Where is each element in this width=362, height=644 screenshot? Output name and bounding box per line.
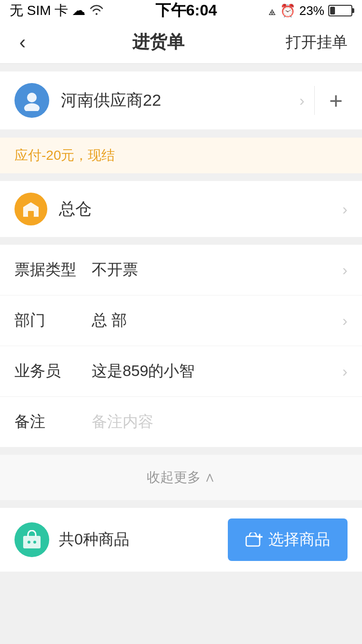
notice-banner: 应付-20元，现结 bbox=[0, 138, 362, 173]
content: 河南供应商22 › + 应付-20元，现结 总仓 › 票据类型 不开票 › bbox=[0, 64, 362, 644]
supplier-chevron-icon: › bbox=[299, 92, 305, 110]
svg-rect-2 bbox=[28, 211, 34, 217]
salesperson-value: 这是859的小智 bbox=[92, 361, 342, 382]
remark-placeholder[interactable]: 备注内容 bbox=[92, 411, 348, 433]
battery-icon bbox=[328, 5, 352, 16]
status-bar: 无 SIM 卡 ☁ 下午6:04 ⟁ ⏰ 23% bbox=[0, 0, 362, 21]
department-value: 总 部 bbox=[92, 310, 342, 331]
invoice-type-row[interactable]: 票据类型 不开票 › bbox=[0, 245, 362, 295]
form-section: 票据类型 不开票 › 部门 总 部 › 业务员 这是859的小智 › 备注 备注… bbox=[0, 245, 362, 447]
warehouse-section[interactable]: 总仓 › bbox=[0, 181, 362, 237]
alarm-icon: ⏰ bbox=[280, 3, 295, 18]
invoice-type-chevron-icon: › bbox=[342, 261, 348, 279]
supplier-row[interactable]: 河南供应商22 › + bbox=[0, 71, 362, 130]
select-product-button[interactable]: 选择商品 bbox=[228, 518, 348, 561]
warehouse-row[interactable]: 总仓 › bbox=[0, 181, 362, 237]
wifi-icon bbox=[89, 3, 104, 18]
status-right: ⟁ ⏰ 23% bbox=[268, 3, 352, 18]
status-time: 下午6:04 bbox=[155, 0, 217, 21]
department-label: 部门 bbox=[14, 310, 82, 331]
supplier-avatar bbox=[14, 83, 49, 118]
svg-point-5 bbox=[33, 541, 36, 544]
top-spacer bbox=[0, 64, 362, 71]
svg-point-4 bbox=[28, 541, 30, 544]
page-title: 进货单 bbox=[132, 30, 184, 54]
svg-rect-6 bbox=[246, 536, 260, 546]
invoice-type-value: 不开票 bbox=[92, 259, 342, 280]
select-product-label: 选择商品 bbox=[268, 529, 330, 550]
svg-point-1 bbox=[24, 103, 40, 111]
nav-bar: ‹ 进货单 打开挂单 bbox=[0, 21, 362, 64]
open-pending-button[interactable]: 打开挂单 bbox=[286, 32, 348, 53]
warehouse-chevron-icon: › bbox=[342, 200, 348, 218]
department-row[interactable]: 部门 总 部 › bbox=[0, 295, 362, 346]
product-count-label: 共0种商品 bbox=[59, 529, 218, 550]
invoice-type-label: 票据类型 bbox=[14, 259, 82, 280]
svg-point-0 bbox=[27, 93, 37, 102]
supplier-name: 河南供应商22 bbox=[61, 89, 299, 112]
add-supplier-button[interactable]: + bbox=[324, 87, 348, 114]
warehouse-icon bbox=[14, 193, 47, 225]
salesperson-chevron-icon: › bbox=[342, 363, 348, 380]
salesperson-row[interactable]: 业务员 这是859的小智 › bbox=[0, 346, 362, 397]
battery-percent: 23% bbox=[299, 3, 324, 18]
department-chevron-icon: › bbox=[342, 312, 348, 330]
status-left: 无 SIM 卡 ☁ bbox=[10, 1, 104, 20]
back-button[interactable]: ‹ bbox=[14, 27, 30, 58]
location-icon: ⟁ bbox=[268, 3, 276, 18]
product-icon bbox=[14, 522, 49, 557]
warehouse-name: 总仓 bbox=[59, 198, 342, 220]
collapse-button[interactable]: 收起更多 ∧ bbox=[0, 455, 362, 500]
divider bbox=[314, 86, 315, 115]
remark-row[interactable]: 备注 备注内容 bbox=[0, 397, 362, 447]
no-sim-label: 无 SIM 卡 ☁ bbox=[10, 1, 85, 20]
product-bar: 共0种商品 选择商品 bbox=[0, 508, 362, 572]
supplier-section: 河南供应商22 › + bbox=[0, 71, 362, 130]
remark-label: 备注 bbox=[14, 411, 82, 433]
salesperson-label: 业务员 bbox=[14, 361, 82, 382]
svg-rect-3 bbox=[23, 536, 41, 548]
bottom-fill bbox=[0, 572, 362, 644]
